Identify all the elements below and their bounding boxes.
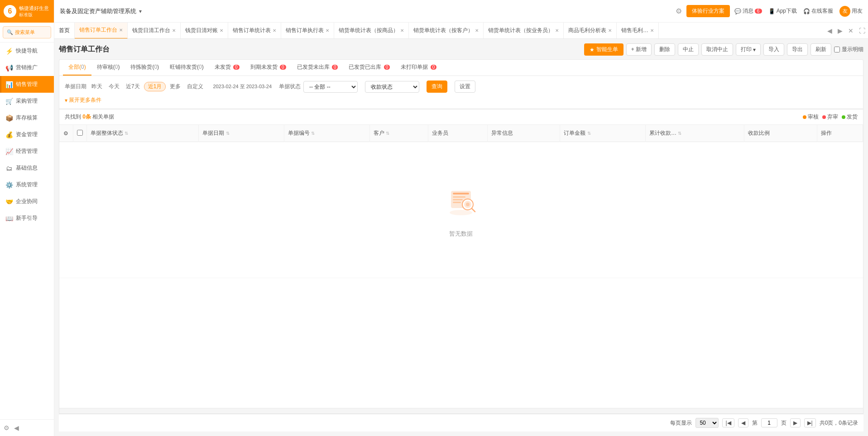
tab-close-ship-product[interactable]: ✕ — [400, 28, 404, 33]
tab-close-sales-exec[interactable]: ✕ — [326, 28, 329, 33]
tab-ship-stat-customer[interactable]: 销货单统计表（按客户） ✕ — [409, 23, 484, 39]
smart-create-button[interactable]: ★ 智能生单 — [584, 43, 623, 56]
print-button[interactable]: 打印 ▾ — [736, 43, 761, 56]
tab-ship-stat-product[interactable]: 销货单统计表（按商品） ✕ — [334, 23, 409, 39]
tab-sales-order[interactable]: 销售订单工作台 ✕ — [75, 23, 128, 39]
tab-close-cash-reconcile[interactable]: ✕ — [220, 28, 223, 33]
sort-icon-num[interactable]: ⇅ — [311, 131, 315, 136]
tab-close-sales-margin[interactable]: ✕ — [650, 28, 654, 33]
empty-text: 暂无数据 — [449, 230, 473, 238]
import-button[interactable]: 导入 — [763, 43, 784, 56]
delete-button[interactable]: 删除 — [654, 43, 675, 56]
status-select[interactable]: -- 全部 -- — [303, 81, 358, 93]
app-download-item[interactable]: 📱 App下载 — [768, 7, 797, 15]
sidebar-item-guide[interactable]: 📖 新手引导 — [0, 210, 54, 227]
stop-button[interactable]: 中止 — [678, 43, 699, 56]
sub-tab-pending-pick[interactable]: 待拣验货(0) — [125, 60, 164, 76]
page-next-button[interactable]: ▶ — [790, 418, 801, 427]
approve-action[interactable]: 审核 — [803, 113, 819, 121]
sub-tab-wangpu-ship[interactable]: 旺铺待发货(0) — [164, 60, 209, 76]
industry-solution-button[interactable]: 体验行业方案 — [686, 5, 730, 17]
col-checkbox[interactable] — [73, 125, 86, 142]
system-dropdown-icon[interactable]: ▾ — [139, 8, 142, 14]
tab-close-sales-order[interactable]: ✕ — [119, 28, 123, 33]
tabs-maximize[interactable]: ⛶ — [856, 27, 868, 34]
tab-close-cash-daily[interactable]: ✕ — [172, 28, 176, 33]
show-detail-checkbox[interactable] — [834, 47, 840, 52]
sub-tab-shipped-not-out[interactable]: 已发货未出库 0 — [292, 60, 344, 76]
tab-sales-margin[interactable]: 销售毛利… ✕ — [617, 23, 659, 39]
per-page-select[interactable]: 10 20 50 100 — [695, 418, 719, 428]
tab-sales-exec[interactable]: 销售订单执行表 ✕ — [281, 23, 334, 39]
sidebar-item-finance[interactable]: 💰 资金管理 — [0, 126, 54, 143]
topbar-gear-icon[interactable]: ⚙ — [676, 7, 682, 15]
message-item[interactable]: 💬 消息 6 — [734, 7, 762, 15]
col-settings[interactable]: ⚙ — [59, 125, 73, 142]
search-menu-button[interactable]: 🔍 搜索菜单 — [3, 26, 51, 38]
date-more[interactable]: 更多 — [168, 82, 183, 91]
tab-close-ship-customer[interactable]: ✕ — [475, 28, 479, 33]
sidebar-item-nav[interactable]: ⚡ 快捷导航 — [0, 43, 54, 59]
sub-tab-not-shipped[interactable]: 未发货 0 — [209, 60, 245, 76]
tab-cash-daily[interactable]: 钱货日清工作台 ✕ — [128, 23, 181, 39]
export-button[interactable]: 导出 — [787, 43, 808, 56]
tab-close-margin[interactable]: ✕ — [608, 28, 612, 33]
cancel-approve-action[interactable]: 弃审 — [822, 113, 838, 121]
tab-margin-analysis[interactable]: 商品毛利分析表 ✕ — [564, 23, 617, 39]
page-first-button[interactable]: |◀ — [722, 418, 734, 427]
tabs-close-all[interactable]: ✕ — [845, 27, 856, 34]
sidebar-item-sales[interactable]: 📊 销售管理 — [0, 76, 54, 93]
tabs-scroll-left[interactable]: ◀ — [825, 27, 835, 34]
settings-button[interactable]: 设置 — [455, 81, 475, 93]
page-header: 销售订单工作台 ★ 智能生单 + 新增 删除 中止 取消中止 打印 ▾ 导入 导… — [59, 43, 863, 56]
box-icon: 📦 — [5, 114, 13, 122]
sub-tab-all[interactable]: 全部(0) — [63, 60, 91, 76]
sub-tab-pending-review[interactable]: 待审核(0) — [91, 60, 125, 76]
page-number-input[interactable] — [761, 418, 777, 427]
select-all-checkbox[interactable] — [77, 130, 83, 136]
tab-close-ship-staff[interactable]: ✕ — [555, 28, 559, 33]
sidebar-item-basic[interactable]: 🗂 基础信息 — [0, 160, 54, 176]
trends-icon: 📈 — [5, 148, 13, 155]
page-last-button[interactable]: ▶| — [804, 418, 816, 427]
date-custom[interactable]: 自定义 — [185, 82, 206, 91]
new-button[interactable]: + 新增 — [626, 43, 652, 56]
tabs-scroll-right[interactable]: ▶ — [835, 27, 845, 34]
sub-tab-overdue-ship[interactable]: 到期未发货 0 — [245, 60, 292, 76]
sidebar-item-inventory[interactable]: 📦 库存核算 — [0, 109, 54, 126]
tab-cash-reconcile[interactable]: 钱货日清对账 ✕ — [181, 23, 228, 39]
date-yesterday[interactable]: 昨天 — [89, 82, 105, 91]
sort-icon-amount[interactable]: ⇅ — [587, 131, 591, 136]
query-button[interactable]: 查询 — [427, 81, 447, 93]
sidebar-item-purchase[interactable]: 🛒 采购管理 — [0, 93, 54, 109]
refresh-button[interactable]: 刷新 — [810, 43, 831, 56]
sidebar-item-collab[interactable]: 🤝 企业协同 — [0, 193, 54, 210]
tab-ship-stat-staff[interactable]: 销货单统计表（按业务员） ✕ — [484, 23, 564, 39]
user-item[interactable]: 友 用友 — [839, 6, 863, 17]
svg-rect-5 — [453, 202, 461, 203]
sub-tab-shipped-out[interactable]: 已发货已出库 0 — [343, 60, 395, 76]
sidebar-item-operation[interactable]: 📈 经营管理 — [0, 143, 54, 160]
payment-select[interactable]: 收款状态 — [365, 81, 419, 93]
collapse-icon[interactable]: ◀ — [14, 424, 19, 431]
expand-more-button[interactable]: ▾ 展开更多条件 — [65, 96, 858, 104]
ship-action[interactable]: 发货 — [842, 113, 858, 121]
horizontal-scroll[interactable] — [59, 408, 863, 414]
date-today[interactable]: 今天 — [106, 82, 122, 91]
date-7days[interactable]: 近7天 — [124, 82, 142, 91]
settings-bottom-icon[interactable]: ⚙ — [4, 424, 10, 431]
tab-close-sales-stat[interactable]: ✕ — [273, 28, 276, 33]
sidebar-item-marketing[interactable]: 📢 营销推广 — [0, 59, 54, 76]
page-prev-button[interactable]: ◀ — [738, 418, 748, 427]
sort-icon-payment[interactable]: ⇅ — [678, 131, 681, 136]
sort-icon-status[interactable]: ⇅ — [125, 131, 128, 136]
online-service-item[interactable]: 🎧 在线客服 — [803, 7, 833, 15]
sort-icon-customer[interactable]: ⇅ — [386, 131, 389, 136]
cancel-stop-button[interactable]: 取消中止 — [701, 43, 733, 56]
tab-home[interactable]: 首页 — [54, 23, 75, 39]
sort-icon-date[interactable]: ⇅ — [226, 131, 230, 136]
tab-sales-stat[interactable]: 销售订单统计表 ✕ — [228, 23, 281, 39]
date-1month[interactable]: 近1月 — [144, 82, 166, 91]
sub-tab-not-printed[interactable]: 未打印单据 0 — [395, 60, 442, 76]
sidebar-item-system[interactable]: ⚙️ 系统管理 — [0, 176, 54, 193]
